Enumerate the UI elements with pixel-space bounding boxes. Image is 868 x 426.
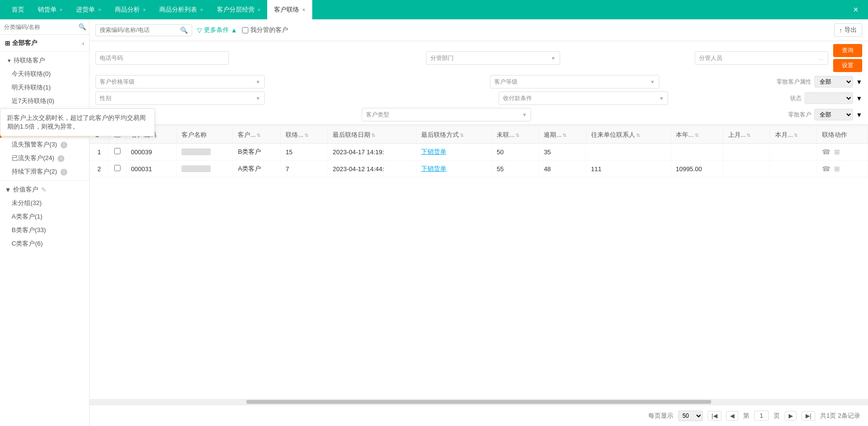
sidebar-search-icon[interactable]: 🔍 xyxy=(78,23,86,30)
gender-down-icon: ▼ xyxy=(256,96,260,101)
sidebar-collapse-icon[interactable]: ‹ xyxy=(82,40,84,47)
dept-down-icon: ▼ xyxy=(551,56,556,61)
status-label: 状态 xyxy=(790,94,802,103)
sidebar-item-c-customers[interactable]: C类客户(6) xyxy=(0,237,89,250)
customer-table: ⚙ 客户编码 客户名称 xyxy=(90,127,868,177)
nav-product-analysis-list-close[interactable]: × xyxy=(200,7,203,13)
row2-action-icons: ☎ ⊞ xyxy=(822,165,863,173)
manager-more-icon[interactable]: … xyxy=(819,55,824,61)
status-select[interactable] xyxy=(805,92,853,104)
nav-customer-contact[interactable]: 客户联络 × xyxy=(267,0,312,19)
sidebar-item-declining[interactable]: 持续下滑客户(2) i xyxy=(0,165,89,178)
per-page-select[interactable]: 50 10 20 100 xyxy=(678,411,703,421)
row1-level: B类客户 xyxy=(233,144,281,161)
sidebar-all-customers[interactable]: ⊞ 全部客户 ‹ xyxy=(0,35,89,52)
row1-code-value: 000039 xyxy=(131,148,152,156)
row2-overdue: 48 xyxy=(539,161,586,177)
dept-field: 分管部门 ▼ xyxy=(426,51,560,65)
search-box: 🔍 xyxy=(95,24,192,36)
row1-action-icons: ☎ ⊞ xyxy=(822,148,863,156)
nav-purchase-label: 进货单 xyxy=(76,5,95,14)
nav-purchase-close[interactable]: × xyxy=(98,7,101,13)
sidebar-item-b-customers[interactable]: B类客户(33) xyxy=(0,223,89,237)
pending-contact-label: 待联络客户 xyxy=(14,56,45,65)
c-customers-label: C类客户(6) xyxy=(12,240,43,247)
sidebar-item-a-customers[interactable]: A类客户(1) xyxy=(0,210,89,223)
row2-this-month xyxy=(770,161,817,177)
sidebar-item-lost-customers[interactable]: 已流失客户(24) i xyxy=(0,151,89,165)
th-last-contact-date: 最后联络日期 ⇅ xyxy=(328,127,416,144)
row1-name-blurred xyxy=(182,148,211,155)
prev-page-button[interactable]: ◀ xyxy=(726,411,738,421)
search-icon[interactable]: 🔍 xyxy=(180,27,188,34)
row1-last-contact-date-value: 2023-04-17 14:19: xyxy=(333,148,384,156)
row2-this-year: 10995.00 xyxy=(670,161,723,177)
declining-info-icon[interactable]: i xyxy=(61,169,67,176)
value-customer-edit-icon[interactable]: ✎ xyxy=(41,186,46,193)
sidebar-search-input[interactable] xyxy=(4,24,76,30)
lost-customers-info-icon[interactable]: i xyxy=(58,155,64,162)
customer-type-field: 客户类型 ▼ xyxy=(362,108,531,121)
nav-home[interactable]: 首页 xyxy=(5,0,31,19)
row1-contact-count: 15 xyxy=(280,144,327,161)
row2-last-contact-method-value[interactable]: 下销货单 xyxy=(421,165,446,172)
sidebar-search-area: 🔍 xyxy=(0,19,89,35)
row2-contact-icon[interactable]: ☎ xyxy=(822,165,830,173)
nav-purchase[interactable]: 进货单 × xyxy=(69,0,107,19)
row1-uncontacted: 50 xyxy=(492,144,539,161)
export-button[interactable]: ↑ 导出 xyxy=(834,23,863,37)
row2-num: 2 xyxy=(90,161,109,177)
more-conditions-btn[interactable]: ▽ 更多条件 ▲ xyxy=(197,26,237,34)
window-close-button[interactable]: × xyxy=(848,5,863,15)
scroll-thumb[interactable] xyxy=(246,400,711,404)
my-customers-checkbox[interactable] xyxy=(242,27,248,33)
value-customer-group-title[interactable]: ▼ 价值客户 ✎ xyxy=(0,183,89,196)
nav-customer-tier[interactable]: 客户分层经营 × xyxy=(210,0,267,19)
loss-warning-info-icon[interactable]: i xyxy=(61,142,67,148)
row2-last-month xyxy=(723,161,770,177)
nav-product-analysis-close[interactable]: × xyxy=(143,7,146,13)
retail-customer-field: 零散客户 全部 ▼ xyxy=(788,109,862,120)
export-icon: ↑ xyxy=(839,27,843,34)
nav-product-analysis-list[interactable]: 商品分析列表 × xyxy=(152,0,210,19)
customer-level-label: 客户等级 xyxy=(494,78,518,86)
th-uncontacted-label: 未联... xyxy=(497,131,515,139)
nav-sales-close[interactable]: × xyxy=(60,7,62,13)
search-input[interactable] xyxy=(100,27,177,33)
nav-sales[interactable]: 销货单 × xyxy=(31,0,69,19)
retail-customer-select[interactable]: 全部 xyxy=(814,109,853,120)
nav-customer-tier-label: 客户分层经营 xyxy=(217,5,255,14)
my-customers-filter[interactable]: 我分管的客户 xyxy=(242,26,288,34)
per-page-label: 每页显示 xyxy=(648,411,673,420)
pending-contact-group-title[interactable]: ▼ 待联络客户 xyxy=(0,54,89,67)
nav-customer-contact-close[interactable]: × xyxy=(302,7,305,13)
nav-product-analysis[interactable]: 商品分析 × xyxy=(108,0,152,19)
row2-uncontacted-value: 55 xyxy=(497,165,503,173)
next-page-button[interactable]: ▶ xyxy=(785,411,797,421)
current-page-input[interactable]: 1 xyxy=(754,411,769,421)
last-page-button[interactable]: ▶| xyxy=(802,411,815,421)
query-button[interactable]: 查询 xyxy=(833,44,862,57)
row1-uncontacted-value: 50 xyxy=(497,148,503,156)
first-page-button[interactable]: |◀ xyxy=(708,411,721,421)
sidebar-item-ungrouped[interactable]: 未分组(32) xyxy=(0,196,89,210)
retail-attr-select[interactable]: 全部 xyxy=(814,76,853,88)
sidebar-item-today-pending[interactable]: 今天待联络(0) xyxy=(0,67,89,81)
sidebar-item-7days-pending[interactable]: 近7天待联络(0) xyxy=(0,94,89,108)
row1-more-icon[interactable]: ⊞ xyxy=(834,148,840,156)
row2-more-icon[interactable]: ⊞ xyxy=(834,165,840,173)
row1-contact-icon[interactable]: ☎ xyxy=(822,148,830,156)
horizontal-scrollbar[interactable] xyxy=(90,399,868,405)
payment-down-icon: ▼ xyxy=(659,96,664,101)
row2-checkbox[interactable] xyxy=(114,165,121,171)
value-customer-label: 价值客户 xyxy=(13,185,38,194)
sidebar-item-tomorrow-pending[interactable]: 明天待联络(1) xyxy=(0,81,89,94)
row1-this-month xyxy=(770,144,817,161)
nav-customer-tier-close[interactable]: × xyxy=(258,7,260,13)
row1-checkbox[interactable] xyxy=(114,148,121,154)
retail-customer-label: 零散客户 xyxy=(788,111,811,119)
row1-last-contact-method-value[interactable]: 下销货单 xyxy=(421,148,446,155)
th-this-year: 本年... ⇅ xyxy=(670,127,723,144)
settings-button[interactable]: 设置 xyxy=(833,59,862,72)
sidebar-item-loss-warning[interactable]: 流失预警客户(3) i xyxy=(0,138,89,151)
